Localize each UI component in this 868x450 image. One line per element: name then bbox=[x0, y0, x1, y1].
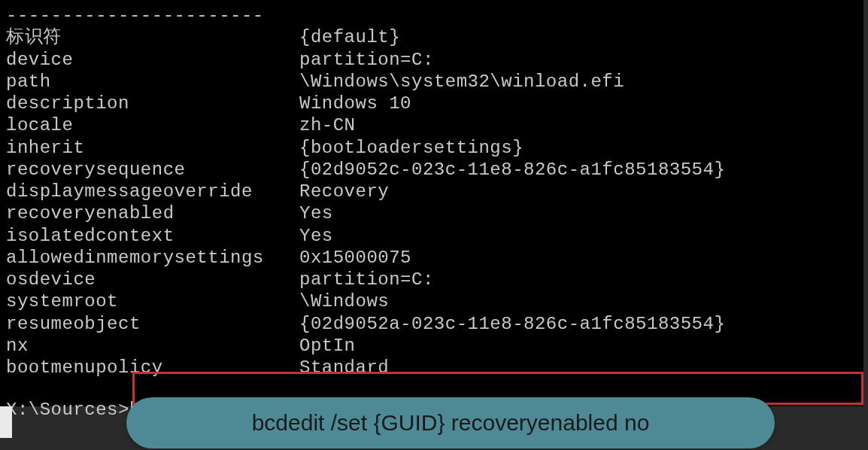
terminal-key: path bbox=[6, 71, 299, 93]
callout-text: bcdedit /set {GUID} recoveryenabled no bbox=[252, 410, 650, 436]
terminal-value: {02d9052a-023c-11e8-826c-a1fc85183554} bbox=[299, 313, 857, 335]
terminal-value: {bootloadersettings} bbox=[299, 137, 857, 159]
terminal-key: device bbox=[6, 49, 299, 71]
terminal-row: recoveryenabledYes bbox=[6, 202, 857, 224]
terminal-row: displaymessageoverrideRecovery bbox=[6, 181, 857, 202]
terminal-value: OptIn bbox=[299, 335, 857, 357]
terminal-value: \Windows\system32\winload.efi bbox=[299, 71, 857, 93]
terminal-row: devicepartition=C: bbox=[6, 49, 857, 71]
left-edge-strip bbox=[0, 406, 12, 438]
terminal-row: descriptionWindows 10 bbox=[6, 93, 857, 114]
terminal-key: isolatedcontext bbox=[6, 225, 299, 247]
terminal-row: systemroot\Windows bbox=[6, 290, 857, 312]
terminal-row: path\Windows\system32\winload.efi bbox=[6, 71, 857, 93]
terminal-window[interactable]: ----------------------- 标识符{default}devi… bbox=[0, 0, 863, 406]
terminal-value: Windows 10 bbox=[299, 93, 857, 114]
terminal-key: osdevice bbox=[6, 269, 299, 290]
terminal-key: nx bbox=[6, 335, 299, 357]
terminal-key: resumeobject bbox=[6, 313, 299, 335]
terminal-row: allowedinmemorysettings0x15000075 bbox=[6, 247, 857, 269]
terminal-row: inherit{bootloadersettings} bbox=[6, 137, 857, 159]
terminal-row: osdevicepartition=C: bbox=[6, 269, 857, 290]
terminal-value: Standard bbox=[299, 357, 857, 379]
terminal-row: resumeobject{02d9052a-023c-11e8-826c-a1f… bbox=[6, 313, 857, 335]
callout-bubble: bcdedit /set {GUID} recoveryenabled no bbox=[126, 397, 775, 448]
terminal-key: inherit bbox=[6, 137, 299, 159]
terminal-value: partition=C: bbox=[299, 269, 857, 290]
terminal-key: 标识符 bbox=[6, 26, 299, 48]
terminal-row: nxOptIn bbox=[6, 335, 857, 357]
terminal-key: locale bbox=[6, 114, 299, 136]
terminal-key: recoverysequence bbox=[6, 159, 299, 181]
terminal-value: Yes bbox=[299, 225, 857, 247]
terminal-row: localezh-CN bbox=[6, 114, 857, 136]
blank-row bbox=[6, 379, 857, 396]
terminal-row: recoverysequence{02d9052c-023c-11e8-826c… bbox=[6, 159, 857, 181]
terminal-row: 标识符{default} bbox=[6, 26, 857, 48]
divider-line: ----------------------- bbox=[6, 5, 857, 26]
terminal-value: Recovery bbox=[299, 181, 857, 202]
terminal-value: {default} bbox=[299, 26, 857, 48]
terminal-value: \Windows bbox=[299, 290, 857, 312]
terminal-row: bootmenupolicyStandard bbox=[6, 357, 857, 379]
terminal-row: isolatedcontextYes bbox=[6, 225, 857, 247]
terminal-key: allowedinmemorysettings bbox=[6, 247, 299, 269]
terminal-value: Yes bbox=[299, 202, 857, 224]
prompt-text: X:\Sources> bbox=[6, 400, 129, 420]
terminal-value: partition=C: bbox=[299, 49, 857, 71]
terminal-value: 0x15000075 bbox=[299, 247, 857, 269]
terminal-key: systemroot bbox=[6, 290, 299, 312]
terminal-key: bootmenupolicy bbox=[6, 357, 299, 379]
terminal-value: zh-CN bbox=[299, 114, 857, 136]
terminal-key: description bbox=[6, 93, 299, 114]
terminal-key: displaymessageoverride bbox=[6, 181, 299, 202]
terminal-value: {02d9052c-023c-11e8-826c-a1fc85183554} bbox=[299, 159, 857, 181]
terminal-key: recoveryenabled bbox=[6, 202, 299, 224]
